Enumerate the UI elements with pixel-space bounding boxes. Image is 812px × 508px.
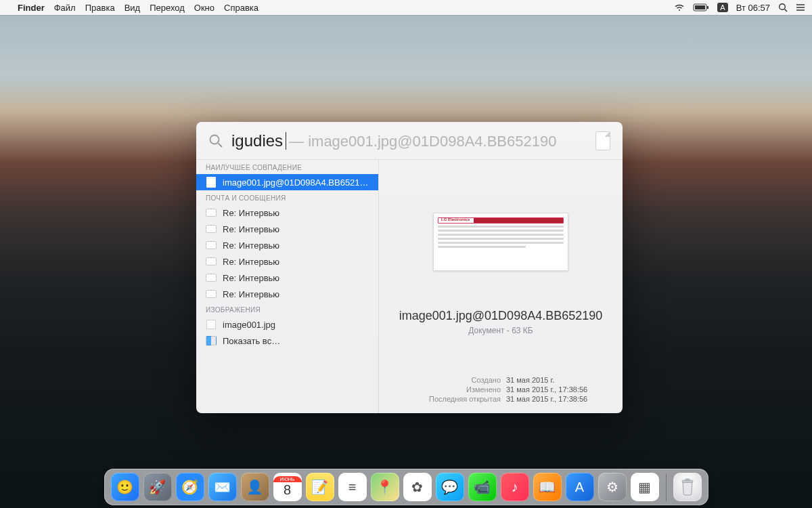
result-label: Re: Интервью <box>223 289 369 299</box>
spotlight-results-list[interactable]: НАИЛУЧШЕЕ СОВПАДЕНИЕ image001.jpg@01D098… <box>196 160 379 413</box>
menu-file[interactable]: Файл <box>54 3 76 13</box>
spotlight-query[interactable]: igudies — image001.jpg@01D098A4.BB652190 <box>231 131 556 150</box>
svg-rect-1 <box>695 5 705 9</box>
section-best-match: НАИЛУЧШЕЕ СОВПАДЕНИЕ <box>196 160 378 174</box>
svg-line-9 <box>219 143 223 147</box>
dock-app-photos[interactable]: ✿ <box>403 473 432 501</box>
svg-point-3 <box>780 4 786 10</box>
meta-created-label: Создано <box>472 376 501 384</box>
preview-title: image001.jpg@01D098A4.BB652190 <box>399 309 603 323</box>
result-mail-3[interactable]: Re: Интервью <box>196 253 378 270</box>
meta-created-value: 31 мая 2015 г. <box>506 376 608 384</box>
spotlight-search-row[interactable]: igudies — image001.jpg@01D098A4.BB652190 <box>196 122 623 160</box>
spotlight-menu-icon[interactable] <box>778 3 788 12</box>
result-image-0[interactable]: image001.jpg <box>196 316 378 333</box>
dock-app-appstore[interactable]: A <box>566 473 594 501</box>
result-best-match[interactable]: image001.jpg@01D098A4.BB6521… <box>196 174 378 190</box>
dock-app-calendar[interactable]: ИЮНЬ8 <box>273 473 302 501</box>
menu-go[interactable]: Переход <box>150 3 185 13</box>
finder-icon <box>206 335 217 346</box>
dock: 🙂🚀🧭✉️👤ИЮНЬ8📝≡📍✿💬📹♪📖A⚙▦ <box>104 469 708 505</box>
dock-app-reminders[interactable]: ≡ <box>338 473 367 501</box>
result-label: Re: Интервью <box>223 224 369 234</box>
spotlight-preview-pane: LG Electronics image001.jpg@01D098A4.BB6… <box>379 160 623 413</box>
dock-app-notes[interactable]: 📝 <box>306 473 334 501</box>
spotlight-panel: igudies — image001.jpg@01D098A4.BB652190… <box>196 122 623 413</box>
calendar-day: 8 <box>284 482 291 498</box>
dock-app-mission[interactable]: ▦ <box>631 473 659 501</box>
result-mail-0[interactable]: Re: Интервью <box>196 205 378 221</box>
result-label: Re: Интервью <box>223 208 369 218</box>
svg-point-8 <box>210 135 219 144</box>
result-mail-2[interactable]: Re: Интервью <box>196 237 378 253</box>
mail-icon <box>206 256 217 267</box>
svg-rect-11 <box>685 479 690 480</box>
dock-app-safari[interactable]: 🧭 <box>176 473 204 501</box>
result-label: image001.jpg <box>223 320 369 330</box>
dock-app-ibooks[interactable]: 📖 <box>533 473 562 501</box>
preview-metadata: Создано31 мая 2015 г. Изменено31 мая 201… <box>394 375 608 404</box>
meta-opened-value: 31 мая 2015 г., 17:38:56 <box>506 395 608 403</box>
result-mail-4[interactable]: Re: Интервью <box>196 270 378 286</box>
dock-app-launchpad[interactable]: 🚀 <box>143 473 172 501</box>
dock-app-mail[interactable]: ✉️ <box>208 473 237 501</box>
text-caret <box>286 132 286 150</box>
input-language-badge[interactable]: А <box>717 3 727 12</box>
preview-subtitle: Документ - 63 КБ <box>468 326 533 335</box>
meta-opened-label: Последняя открытая <box>429 395 501 403</box>
mail-icon <box>206 240 217 251</box>
preview-brand: LG Electronics <box>441 217 470 221</box>
calendar-month: ИЮНЬ <box>273 476 302 482</box>
mail-icon <box>206 272 217 283</box>
menubar-app-name[interactable]: Finder <box>18 3 45 13</box>
section-mail: ПОЧТА И СООБЩЕНИЯ <box>196 190 378 205</box>
result-thumbnail-icon <box>595 131 610 150</box>
meta-modified-label: Изменено <box>466 385 501 394</box>
menu-edit[interactable]: Правка <box>85 3 115 13</box>
wifi-icon[interactable] <box>674 3 685 12</box>
menubar-clock[interactable]: Вт 06:57 <box>736 3 770 13</box>
dock-app-maps[interactable]: 📍 <box>371 473 399 501</box>
menu-view[interactable]: Вид <box>125 3 141 13</box>
mail-icon <box>206 224 217 234</box>
result-show-all[interactable]: Показать вс… <box>196 333 378 349</box>
result-label: image001.jpg@01D098A4.BB6521… <box>223 177 369 188</box>
mail-icon <box>206 207 217 218</box>
battery-icon[interactable] <box>693 3 709 12</box>
result-mail-1[interactable]: Re: Интервью <box>196 221 378 237</box>
dock-app-facetime[interactable]: 📹 <box>468 473 497 501</box>
spotlight-completion: — image001.jpg@01D098A4.BB652190 <box>289 133 556 150</box>
dock-app-messages[interactable]: 💬 <box>436 473 464 501</box>
result-label: Re: Интервью <box>223 273 369 283</box>
mail-icon <box>206 289 217 299</box>
dock-app-preferences[interactable]: ⚙ <box>598 473 627 501</box>
result-label: Re: Интервью <box>223 240 369 251</box>
menu-window[interactable]: Окно <box>194 3 215 13</box>
dock-app-finder[interactable]: 🙂 <box>111 473 139 501</box>
image-icon <box>206 319 217 330</box>
meta-modified-value: 31 мая 2015 г., 17:38:56 <box>506 385 608 394</box>
svg-line-4 <box>785 9 788 12</box>
search-icon <box>208 133 223 148</box>
dock-app-itunes[interactable]: ♪ <box>501 473 529 501</box>
preview-document-thumbnail: LG Electronics <box>433 213 568 271</box>
result-label: Re: Интервью <box>223 257 369 267</box>
result-label: Показать вс… <box>223 336 369 346</box>
document-icon <box>206 177 217 188</box>
menubar: Finder Файл Правка Вид Переход Окно Спра… <box>0 0 812 15</box>
dock-separator <box>666 474 667 501</box>
dock-app-contacts[interactable]: 👤 <box>241 473 269 501</box>
notification-center-icon[interactable] <box>796 3 805 12</box>
svg-rect-2 <box>707 6 708 9</box>
section-images: ИЗОБРАЖЕНИЯ <box>196 302 378 316</box>
dock-trash[interactable] <box>673 473 702 501</box>
spotlight-query-text: igudies <box>231 131 283 150</box>
result-mail-5[interactable]: Re: Интервью <box>196 286 378 302</box>
menu-help[interactable]: Справка <box>224 3 258 13</box>
